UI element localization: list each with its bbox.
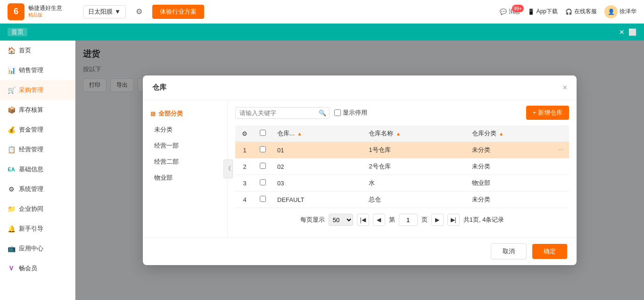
col-name: 仓库名称 ▲ [363, 125, 466, 142]
sidebar-label-finance: 资金管理 [19, 125, 43, 134]
table-panel: 🔍 显示停用 + 新增仓库 [228, 100, 577, 237]
headset-icon: 🎧 [565, 8, 572, 15]
logo-text: 畅捷通好生意 [28, 5, 62, 12]
last-page-button[interactable]: ▶| [447, 214, 460, 226]
category-collapse-button[interactable]: 《 [223, 159, 233, 178]
col-checkbox [254, 125, 272, 142]
row-checkbox[interactable] [260, 163, 266, 169]
row-name: 总仓 [363, 192, 466, 208]
system-icon: ⚙ [8, 185, 15, 193]
per-page-label: 每页显示 [300, 216, 325, 224]
message-icon: 💬 [500, 8, 507, 15]
branch-selector[interactable]: 日太阳膜 ▼ [83, 5, 126, 18]
page-input[interactable] [399, 214, 418, 226]
row-more-button[interactable]: ··· [558, 146, 563, 153]
search-icon[interactable]: 🔍 [319, 109, 326, 117]
category-item-unclassified[interactable]: 未分类 [143, 122, 227, 138]
sidebar-item-system[interactable]: ⚙ 系统管理 [0, 179, 75, 199]
online-service-label: 在线客服 [574, 8, 597, 16]
table-container: ⚙ 仓库... ▲ [235, 125, 569, 208]
confirm-button[interactable]: 确定 [532, 244, 567, 259]
select-all-checkbox[interactable] [260, 130, 266, 136]
row-category: 物业部 [466, 175, 569, 192]
category-item-property[interactable]: 物业部 [143, 170, 227, 186]
add-warehouse-button[interactable]: + 新增仓库 [526, 106, 569, 120]
category-item-dept1[interactable]: 经营一部 [143, 138, 227, 154]
row-checkbox[interactable] [260, 196, 266, 202]
show-disabled-checkbox[interactable] [334, 109, 341, 116]
category-panel: ⊞ 全部分类 未分类 经营一部 经营二部 物业部 [143, 100, 228, 237]
category-label: 未分类 [154, 126, 173, 133]
category-label: 经营一部 [154, 142, 179, 149]
phone-icon: 📱 [528, 8, 535, 15]
table-row[interactable]: 3 03 水 物业部 [235, 175, 569, 192]
category-item-dept2[interactable]: 经营二部 [143, 154, 227, 170]
header-right: 💬 消息 99+ 📱 App下载 🎧 在线客服 👤 徐泽华 [500, 5, 636, 18]
logo-icon: 6 [8, 3, 25, 20]
first-page-button[interactable]: |◀ [357, 214, 369, 226]
row-checkbox[interactable] [260, 179, 266, 185]
category-label: 经营二部 [154, 158, 179, 165]
page-suffix: 页 [421, 216, 428, 224]
table-row[interactable]: 1 01 1号仓库 未分类 ··· [235, 142, 569, 158]
sidebar: 🏠 首页 📊 销售管理 🛒 采购管理 📦 库存核算 💰 资金管理 📋 经营管理 … [0, 41, 75, 300]
page-label: 第 [389, 216, 395, 224]
finance-icon: 💰 [8, 126, 15, 133]
gear-button[interactable]: ⚙ [132, 4, 147, 19]
app-download-item[interactable]: 📱 App下载 [528, 8, 558, 16]
branch-name: 日太阳膜 [88, 8, 113, 16]
row-checkbox[interactable] [260, 146, 266, 152]
trial-button[interactable]: 体验行业方案 [152, 5, 204, 19]
nav-close-button[interactable]: ✕ [619, 28, 625, 36]
sidebar-item-home[interactable]: 🏠 首页 [0, 41, 75, 60]
nav-expand-button[interactable]: ⬜ [628, 28, 636, 36]
second-nav-home[interactable]: 首页 [8, 28, 27, 36]
row-category: 未分类 [466, 192, 569, 208]
sidebar-item-guide[interactable]: 🔔 新手引导 [0, 219, 75, 239]
purchase-icon: 🛒 [8, 86, 15, 94]
warehouse-modal: 仓库 × ⊞ 全部分类 未分类 经营一 [143, 75, 577, 265]
modal-close-button[interactable]: × [563, 83, 567, 92]
show-disabled-wrap: 显示停用 [334, 108, 367, 117]
sidebar-item-enterprise[interactable]: 📁 企业协同 [0, 199, 75, 219]
message-item[interactable]: 💬 消息 99+ [500, 8, 520, 16]
next-page-button[interactable]: ▶ [431, 214, 444, 226]
sidebar-item-finance[interactable]: 💰 资金管理 [0, 120, 75, 140]
col-name-label: 仓库名称 [369, 130, 393, 137]
sidebar-label-home: 首页 [19, 46, 31, 55]
logo-area: 6 畅捷通好生意 精品版 [8, 3, 83, 20]
per-page-select[interactable]: 50 10 20 100 [329, 214, 353, 226]
table-body: 1 01 1号仓库 未分类 ··· [235, 142, 569, 208]
table-toolbar: 🔍 显示停用 + 新增仓库 [235, 106, 569, 120]
row-code: 03 [272, 175, 363, 192]
chevron-down-icon: ▼ [115, 8, 121, 15]
table-row[interactable]: 2 02 2号仓库 未分类 [235, 158, 569, 175]
top-header: 6 畅捷通好生意 精品版 日太阳膜 ▼ ⚙ 体验行业方案 💬 消息 99+ 📱 … [0, 0, 644, 24]
content-area: 进货 按以下 打印 导出 刷新 查询 设置 仓库 × [75, 41, 644, 300]
cancel-button[interactable]: 取消 [491, 243, 527, 259]
col-category-label: 仓库分类 [472, 130, 496, 137]
sort-icon-code: ▲ [297, 131, 302, 136]
row-index: 2 [235, 158, 254, 175]
sidebar-item-inventory[interactable]: 📦 库存核算 [0, 100, 75, 120]
user-item[interactable]: 👤 徐泽华 [604, 5, 636, 18]
row-code: 01 [272, 142, 363, 158]
sidebar-item-operations[interactable]: 📋 经营管理 [0, 140, 75, 159]
search-input[interactable] [239, 109, 319, 117]
sidebar-item-purchase[interactable]: 🛒 采购管理 [0, 80, 75, 100]
row-index: 3 [235, 175, 254, 192]
sidebar-label-operations: 经营管理 [19, 145, 43, 154]
sidebar-item-member[interactable]: V 畅会员 [0, 258, 75, 278]
sidebar-item-apps[interactable]: 📺 应用中心 [0, 239, 75, 258]
sidebar-item-basic-info[interactable]: EA 基础信息 [0, 159, 75, 179]
prev-page-button[interactable]: ◀ [373, 214, 385, 226]
category-label: 物业部 [154, 174, 173, 181]
category-all[interactable]: ⊞ 全部分类 [143, 106, 227, 122]
sort-icon-name: ▲ [396, 131, 401, 136]
grid-icon: ⊞ [150, 110, 156, 117]
table-row[interactable]: 4 DEFAULT 总仓 未分类 [235, 192, 569, 208]
row-category: 未分类 [466, 158, 569, 175]
sidebar-item-sales[interactable]: 📊 销售管理 [0, 60, 75, 80]
row-code: 02 [272, 158, 363, 175]
online-service-item[interactable]: 🎧 在线客服 [565, 8, 597, 16]
